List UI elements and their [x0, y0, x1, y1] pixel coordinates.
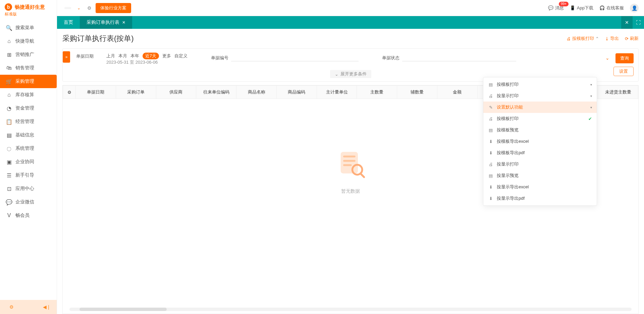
nav-inventory[interactable]: ⌂库存核算	[0, 88, 57, 102]
dropdown-label: 按显示预览	[497, 173, 519, 179]
date-range-text: 2023-05-31 至 2023-06-06	[106, 59, 187, 65]
date-option[interactable]: 本月	[118, 53, 127, 59]
headset-icon: 🎧	[599, 5, 605, 10]
dropdown-section[interactable]: ✎设置默认功能▾	[483, 102, 597, 113]
export-action[interactable]: ⤓ 导出	[605, 36, 619, 42]
nav-system-icon: ◌	[6, 145, 12, 151]
nav-baseinfo[interactable]: ▤基础信息	[0, 128, 57, 142]
print-by-template-action[interactable]: 🖨 按模板打印 ⌃	[567, 36, 599, 42]
tab-home[interactable]: 首页	[57, 16, 80, 29]
dropdown-item[interactable]: ▤按模板预览	[483, 124, 597, 136]
settings-gear-icon[interactable]: ⚙	[9, 304, 14, 310]
user-avatar[interactable]: 👤	[630, 4, 639, 12]
date-option[interactable]: 上月	[106, 53, 115, 59]
dropdown-item[interactable]: 🖨按显示打印	[483, 159, 597, 170]
customer-service-link[interactable]: 🎧 在线客服	[599, 5, 624, 11]
nav-system[interactable]: ◌系统管理	[0, 142, 57, 155]
column-header[interactable]: 未进货主数量	[598, 86, 638, 99]
nav-apps[interactable]: ⊡应用中心	[0, 182, 57, 195]
collapse-sidebar-icon[interactable]: ◀❘	[43, 304, 51, 310]
column-header[interactable]: 主计量单位	[317, 86, 357, 99]
toggle-filter-caret-icon[interactable]: ⌄	[605, 55, 609, 61]
date-option[interactable]: 更多	[162, 53, 171, 59]
topbar-gear-icon[interactable]: ⚙	[87, 5, 92, 11]
dropdown-label: 按模板打印	[497, 81, 519, 87]
fullscreen-icon[interactable]: ⛶	[633, 16, 644, 29]
expand-more-filters[interactable]: ⌄ 展开更多条件	[330, 70, 371, 78]
dropdown-icon: ⬇	[488, 150, 493, 155]
try-solution-button[interactable]: 体验行业方案	[96, 3, 131, 13]
nav-operation[interactable]: 📋经营管理	[0, 115, 57, 128]
nav-purchase[interactable]: 🛒采购管理	[0, 75, 57, 88]
messages-badge: 99+	[559, 2, 569, 6]
dropdown-icon: ▤	[488, 82, 493, 87]
date-option[interactable]: 近7天	[143, 53, 159, 59]
dropdown-icon: 🖨	[488, 116, 493, 121]
refresh-label: 刷新	[630, 36, 639, 42]
nav-marketing-label: 营销推广	[15, 52, 34, 58]
dropdown-item[interactable]: ▤按显示预览	[483, 170, 597, 181]
query-button[interactable]: 查询	[615, 53, 634, 63]
print-dropdown-menu: ▤按模板打印▾🖨按显示打印▾✎设置默认功能▾🖨按模板打印✔▤按模板预览⬇按模板导…	[483, 77, 597, 206]
nav-search-label: 搜索菜单	[15, 25, 34, 31]
bill-status-select[interactable]	[402, 55, 516, 61]
column-header[interactable]: 往来单位编码	[196, 86, 236, 99]
close-all-tabs-icon[interactable]: ✕	[621, 16, 633, 29]
dropdown-item[interactable]: ⬇按显示导出excel	[483, 181, 597, 193]
column-header[interactable]: 商品名称	[236, 86, 277, 99]
nav-finance[interactable]: ◔资金管理	[0, 102, 57, 115]
dropdown-section[interactable]: 🖨按显示打印▾	[483, 90, 597, 102]
dropdown-item[interactable]: 🖨按模板打印✔	[483, 113, 597, 124]
scrollbar-thumb[interactable]	[79, 308, 167, 311]
page-header: 采购订单执行表(按单) 🖨 按模板打印 ⌃ ⤓ 导出 ⟳ 刷新	[62, 34, 639, 44]
dropdown-section[interactable]: ▤按模板打印▾	[483, 79, 597, 90]
nav-vip-label: 畅会员	[15, 212, 30, 218]
org-selector[interactable]	[64, 7, 71, 9]
nav-guide-icon: ☰	[6, 172, 12, 178]
brand: b 畅捷通好生意	[0, 0, 57, 11]
bill-code-input[interactable]	[231, 55, 359, 61]
column-header[interactable]: 辅数量	[397, 86, 437, 99]
column-header[interactable]: 主数量	[357, 86, 397, 99]
svg-line-5	[360, 174, 364, 177]
column-header[interactable]: 商品编码	[276, 86, 317, 99]
print-label: 按模板打印	[572, 36, 594, 42]
messages-link[interactable]: 💬 消息 99+	[548, 5, 564, 11]
svg-rect-1	[343, 155, 356, 158]
chevron-down-icon: ▾	[590, 106, 592, 109]
nav-sales-icon: 🛍	[6, 65, 12, 71]
nav-search[interactable]: 🔍搜索菜单	[0, 21, 57, 35]
tab-close-icon[interactable]: ✕	[122, 20, 125, 25]
nav-marketing[interactable]: ⊞营销推广	[0, 48, 57, 61]
date-option[interactable]: 自定义	[174, 53, 187, 59]
nav-vip[interactable]: V畅会员	[0, 209, 57, 222]
nav-baseinfo-icon: ▤	[6, 132, 12, 138]
nav-guide[interactable]: ☰新手引导	[0, 169, 57, 182]
nav-wecom[interactable]: 💬企业微信	[0, 195, 57, 209]
dropdown-item[interactable]: ⬇按模板导出excel	[483, 136, 597, 147]
column-header[interactable]: 供应商	[156, 86, 196, 99]
nav-apps-label: 应用中心	[15, 186, 34, 192]
nav-sales[interactable]: 🛍销售管理	[0, 61, 57, 75]
dropdown-label: 按模板导出excel	[497, 138, 529, 144]
column-header[interactable]: 金额	[437, 86, 478, 99]
column-header[interactable]: 采购订单	[116, 86, 156, 99]
refresh-action[interactable]: ⟳ 刷新	[625, 36, 639, 42]
horizontal-scrollbar[interactable]	[69, 308, 632, 311]
org-caret-icon[interactable]: ⌄	[77, 6, 80, 10]
nav-quick[interactable]: ⌂快捷导航	[0, 35, 57, 48]
tab-purchase-order-execution[interactable]: 采购订单执行表 ✕	[80, 16, 132, 29]
app-download-link[interactable]: 📱 App下载	[570, 5, 593, 11]
dropdown-item[interactable]: ⬇按显示导出pdf	[483, 193, 597, 204]
column-header[interactable]: 单据日期	[76, 86, 116, 99]
nav-coop[interactable]: ▣企业协同	[0, 155, 57, 169]
dropdown-item[interactable]: ⬇按模板导出pdf	[483, 147, 597, 159]
nav-quick-icon: ⌂	[6, 38, 12, 44]
column-settings-icon[interactable]: ⚙	[63, 86, 76, 99]
print-icon: 🖨	[567, 36, 571, 41]
date-option[interactable]: 本年	[130, 53, 139, 59]
collapse-filter-handle[interactable]: »	[63, 51, 70, 63]
refresh-icon: ⟳	[625, 36, 629, 41]
filter-settings-button[interactable]: 设置	[613, 67, 634, 76]
dropdown-icon: 🖨	[488, 162, 493, 167]
